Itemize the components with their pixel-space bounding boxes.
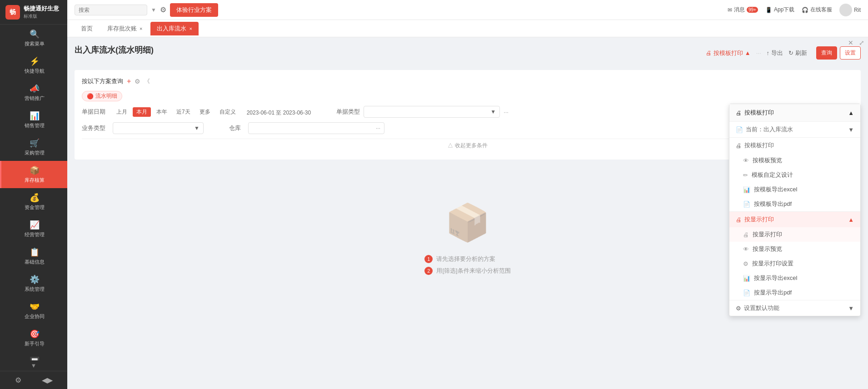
tab-batch-account-close[interactable]: ×	[140, 26, 142, 31]
filter-settings-icon[interactable]: ⚙	[135, 78, 140, 85]
sidebar-item-search-menu[interactable]: 🔍 搜索菜单	[0, 25, 67, 52]
sidebar-item-guide[interactable]: 🎯 新手引导	[0, 324, 67, 352]
window-maximize-icon[interactable]: ⤢	[859, 39, 864, 46]
inventory-icon: 📦	[30, 165, 40, 175]
sidebar-item-marketing[interactable]: 📣 营销推广	[0, 79, 67, 106]
chevron-up-icon: ▲	[848, 110, 854, 116]
template-print-header[interactable]: 🖨 按模板打印	[729, 138, 860, 153]
more-options-icon[interactable]: ···	[504, 109, 509, 115]
filter-tag-icon: 🔴	[87, 93, 94, 100]
date-tab-last-month[interactable]: 上月	[113, 107, 131, 117]
template-icon: 📄	[736, 126, 743, 133]
main-area: ▼ ⚙ 体验行业方案 ✉ 消息 99+ 📱 App下载 🎧 在线客服 Rit	[67, 0, 868, 389]
display-print-item[interactable]: 🖨 按显示打印	[729, 227, 860, 242]
tab-flow-close[interactable]: ×	[189, 26, 192, 31]
app-download-item[interactable]: 📱 App下载	[765, 6, 794, 14]
chevron-down-icon: ▼	[848, 126, 854, 133]
bill-type-select[interactable]: ▼	[364, 106, 500, 118]
export-icon: ↑	[767, 50, 770, 56]
chevron-up-icon: ▲	[848, 216, 854, 223]
finance-icon: 💰	[30, 193, 40, 203]
date-tab-this-year[interactable]: 本年	[153, 107, 171, 117]
design-icon: ✏	[743, 172, 748, 179]
display-preview-item[interactable]: 👁 按显示预览	[729, 242, 860, 256]
sidebar-item-sales[interactable]: 📊 销售管理	[0, 106, 67, 134]
business-type-select[interactable]: ▼	[113, 122, 204, 134]
topbar-right: ✉ 消息 99+ 📱 App下载 🎧 在线客服 Rit	[728, 4, 861, 16]
topbar-gear-icon[interactable]: ⚙	[160, 5, 166, 14]
refresh-button[interactable]: ↻ 刷新	[788, 49, 807, 57]
headset-icon: 🎧	[802, 7, 808, 13]
template-custom-item[interactable]: ✏ 模板自定义设计	[729, 168, 860, 182]
search-menu-icon: 🔍	[30, 29, 40, 39]
sidebar-item-app-center[interactable]: 🔲 应用中心	[0, 352, 67, 360]
logo-text: 畅捷通好生意 标准版	[24, 5, 59, 19]
default-func-icon: ⚙	[736, 305, 741, 312]
dropdown-panel: 🖨 按模板打印 ▲ 📄 当前：出入库流水 ▼	[729, 104, 861, 316]
excel2-icon: 📊	[743, 275, 750, 282]
date-tab-more[interactable]: 更多	[196, 107, 214, 117]
date-tab-7days[interactable]: 近7天	[173, 107, 194, 117]
active-filter-tag[interactable]: 🔴 流水明细	[82, 91, 122, 101]
date-tab-custom[interactable]: 自定义	[216, 107, 239, 117]
system-icon: ⚙️	[30, 274, 40, 284]
display-settings-item[interactable]: ⚙ 按显示打印设置	[729, 256, 860, 271]
preview-icon: 👁	[743, 157, 749, 164]
window-close-icon[interactable]: ✕	[848, 39, 853, 46]
sidebar-item-system[interactable]: ⚙️ 系统管理	[0, 270, 67, 297]
print2-icon: 🖨	[743, 231, 749, 238]
template-print-section: 🖨 按模板打印 👁 按模板预览 ✏ 模板自定义设计 📊 按模板导	[729, 138, 860, 212]
industry-solution-button[interactable]: 体验行业方案	[170, 3, 218, 17]
printer-header-icon: 🖨	[736, 110, 742, 116]
empty-illustration: 📦	[445, 201, 490, 244]
sidebar-item-basic[interactable]: 📋 基础信息	[0, 243, 67, 270]
display-print-icon: 🖨	[736, 216, 742, 223]
export-button[interactable]: ↑ 导出	[767, 49, 783, 57]
chevron-up-icon: ▲	[745, 50, 751, 56]
current-template-header[interactable]: 📄 当前：出入库流水 ▼	[729, 122, 860, 137]
sidebar-item-quick-nav[interactable]: ⚡ 快捷导航	[0, 52, 67, 79]
query-button[interactable]: 查询	[816, 46, 837, 60]
message-item[interactable]: ✉ 消息 99+	[728, 6, 758, 14]
enterprise-icon: 🤝	[30, 302, 40, 312]
display-excel-item[interactable]: 📊 按显示导出excel	[729, 271, 860, 285]
user-profile[interactable]: Rit	[839, 4, 861, 16]
sidebar-item-finance[interactable]: 💰 资金管理	[0, 188, 67, 215]
default-func-header[interactable]: ⚙ 设置默认功能 ▼	[729, 300, 860, 316]
sidebar-item-purchase[interactable]: 🛒 采购管理	[0, 134, 67, 161]
template-print-button[interactable]: 🖨 按模板打印 ▲	[706, 49, 751, 57]
dropdown-arrow-icon[interactable]: ▼	[151, 7, 156, 13]
sidebar-scroll-down[interactable]: ▼	[0, 360, 67, 371]
filter-collapse-icon[interactable]: 《	[144, 77, 150, 85]
sidebar-item-operations[interactable]: 📈 经营管理	[0, 215, 67, 243]
online-service-item[interactable]: 🎧 在线客服	[802, 6, 832, 14]
date-tab-this-month[interactable]: 本月	[133, 107, 151, 117]
tip-1: 1 请先选择要分析的方案	[424, 253, 510, 265]
sidebar-item-enterprise[interactable]: 🤝 企业协同	[0, 297, 67, 324]
quick-nav-icon: ⚡	[30, 56, 40, 66]
date-range-display: 2023-06-01 至 2023-06-30	[247, 109, 311, 117]
display-pdf-item[interactable]: 📄 按显示导出pdf	[729, 285, 860, 300]
printer-icon: 🖨	[706, 50, 712, 56]
tab-flow[interactable]: 出入库流水 ×	[150, 22, 198, 35]
filter-add-icon[interactable]: +	[127, 77, 131, 85]
search-input[interactable]	[75, 5, 147, 15]
more-options-icon[interactable]: ···	[376, 125, 380, 131]
collapse-icon[interactable]: ◀▶	[42, 376, 53, 384]
warehouse-select[interactable]: ···	[248, 122, 384, 134]
template-excel-item[interactable]: 📊 按模板导出excel	[729, 182, 860, 197]
tab-home[interactable]: 首页	[75, 22, 99, 35]
display-print-header[interactable]: 🖨 按显示打印 ▲	[729, 212, 860, 227]
settings-icon[interactable]: ⚙	[15, 376, 21, 384]
app-center-icon: 🔲	[30, 356, 40, 360]
excel-icon: 📊	[743, 186, 750, 193]
tab-batch-account[interactable]: 库存批次账 ×	[101, 22, 149, 35]
sidebar-item-inventory[interactable]: 📦 库存核算	[0, 161, 67, 188]
sidebar: 畅 畅捷通好生意 标准版 🔍 搜索菜单 ⚡ 快捷导航 📣 营销推广 📊 销售管理…	[0, 0, 67, 389]
template-pdf-item[interactable]: 📄 按模板导出pdf	[729, 197, 860, 211]
pdf-icon: 📄	[743, 201, 750, 208]
settings-button[interactable]: 设置	[840, 46, 861, 60]
template-preview-item[interactable]: 👁 按模板预览	[729, 153, 860, 168]
sidebar-bottom: ⚙ ◀▶	[0, 371, 67, 389]
date-tabs: 上月 本月 本年 近7天 更多 自定义	[113, 107, 239, 117]
